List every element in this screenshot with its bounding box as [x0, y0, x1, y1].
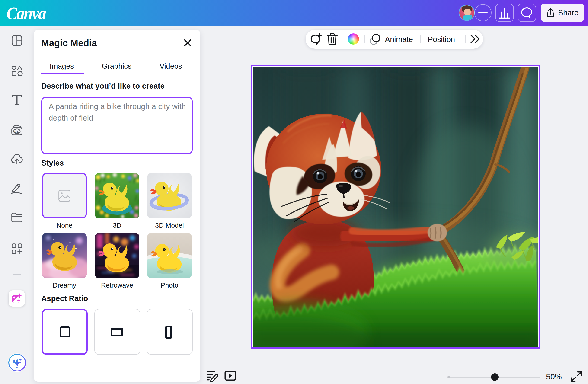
svg-text:co: co	[14, 129, 20, 134]
